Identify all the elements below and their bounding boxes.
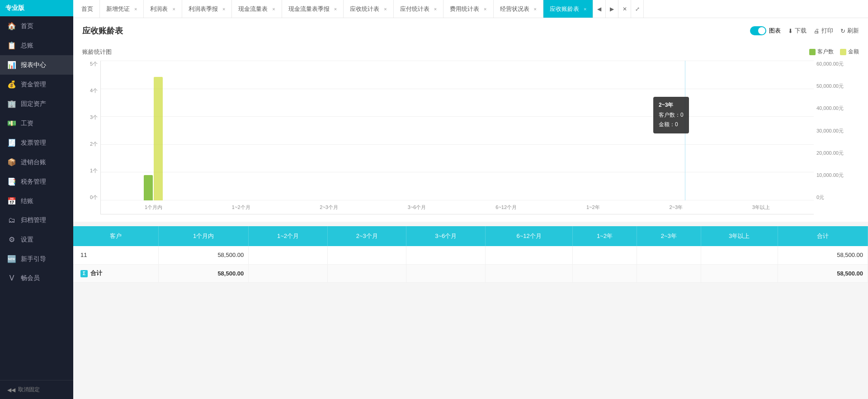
tab-close-ar-stats[interactable]: ×	[384, 6, 387, 12]
sidebar-label-inventory: 进销台账	[21, 158, 46, 166]
y-axis-left: 0个1个2个3个4个5个	[82, 61, 100, 214]
tab-close-cashflow-quarterly[interactable]: ×	[334, 6, 337, 12]
total-cell-7	[637, 264, 701, 282]
chart-toggle[interactable]	[750, 26, 766, 35]
sidebar-label-invoice: 发票管理	[21, 139, 46, 147]
tab-close-voucher[interactable]: ×	[134, 6, 137, 12]
tab-business-status[interactable]: 经营状况表×	[494, 0, 543, 18]
bar-amount-0	[154, 77, 163, 200]
tab-label-ap-stats: 应付统计表	[400, 5, 429, 13]
sidebar-item-reports[interactable]: 📊报表中心	[0, 55, 73, 75]
sidebar-icon-home: 🏠	[7, 22, 16, 30]
tab-prev-btn[interactable]: ◀	[593, 0, 606, 18]
legend-customers-label: 客户数	[817, 48, 834, 56]
table-cell-0-2	[249, 246, 328, 264]
page-header: 应收账龄表 图表 ⬇ 下载 🖨 打印 ↻ 刷新	[73, 18, 868, 41]
tab-cashflow[interactable]: 现金流量表×	[232, 0, 282, 18]
tab-close-cashflow[interactable]: ×	[272, 6, 275, 12]
sidebar-item-ledger[interactable]: 📋总账	[0, 36, 73, 55]
table-header-7: 2~3年	[637, 226, 701, 246]
page-content: 应收账龄表 图表 ⬇ 下载 🖨 打印 ↻ 刷新	[73, 18, 868, 399]
download-btn[interactable]: ⬇ 下载	[788, 27, 807, 35]
footer-label: 取消固定	[18, 386, 40, 394]
tab-label-voucher: 新增凭证	[106, 5, 130, 13]
print-btn[interactable]: 🖨 打印	[814, 27, 833, 35]
sidebar-item-tax[interactable]: 📑税务管理	[0, 172, 73, 191]
y-left-label: 2个	[82, 141, 98, 147]
x-label-3: 3~6个月	[408, 204, 426, 211]
tab-profit-quarterly[interactable]: 利润表季报×	[182, 0, 232, 18]
tab-ar-aging[interactable]: 应收账龄表×	[543, 0, 593, 18]
sidebar: 专业版 🏠首页📋总账📊报表中心💰资金管理🏢固定资产💵工资🧾发票管理📦进销台账📑税…	[0, 0, 73, 399]
x-label-7: 3年以上	[752, 204, 770, 211]
sidebar-icon-funds: 💰	[7, 80, 16, 89]
sidebar-item-settings[interactable]: ⚙设置	[0, 230, 73, 249]
table-cell-0-0: 11	[73, 246, 158, 264]
x-label-5: 1~2年	[586, 204, 600, 211]
x-label-4: 6~12个月	[495, 204, 517, 211]
tab-close-profit-quarterly[interactable]: ×	[222, 6, 225, 12]
sidebar-item-closing[interactable]: 📅结账	[0, 191, 73, 211]
sidebar-icon-ledger: 📋	[7, 41, 16, 50]
tab-ap-stats[interactable]: 应付统计表×	[394, 0, 443, 18]
sidebar-item-guide[interactable]: 🆕新手引导	[0, 249, 73, 269]
tab-voucher[interactable]: 新增凭证×	[100, 0, 144, 18]
y-right-label: 50,000.00元	[816, 83, 859, 90]
chart-inner: 1个月内1~2个月2~3个月3~6个月6~12个月1~2年2~3年3年以上 2~…	[100, 61, 814, 214]
tab-label-cashflow-quarterly: 现金流量表季报	[288, 5, 330, 13]
y-right-label: 40,000.00元	[816, 105, 859, 112]
sidebar-item-inventory[interactable]: 📦进销台账	[0, 152, 73, 172]
sidebar-icon-invoice: 🧾	[7, 138, 16, 147]
table-cell-0-3	[327, 246, 406, 264]
sidebar-item-invoice[interactable]: 🧾发票管理	[0, 133, 73, 152]
table-header-8: 3年以上	[701, 226, 778, 246]
tab-ar-stats[interactable]: 应收统计表×	[344, 0, 393, 18]
tab-cashflow-quarterly[interactable]: 现金流量表季报×	[282, 0, 344, 18]
x-label-2: 2~3个月	[320, 204, 338, 211]
table-header-1: 1个月内	[158, 226, 248, 246]
total-label: 合计	[90, 270, 102, 276]
refresh-btn[interactable]: ↻ 刷新	[840, 27, 859, 35]
legend-customers: 客户数	[809, 48, 834, 56]
sidebar-label-assets: 固定资产	[21, 100, 46, 108]
table-cell-0-1: 58,500.00	[158, 246, 248, 264]
print-icon: 🖨	[814, 28, 820, 34]
tab-label-profit-quarterly: 利润表季报	[189, 5, 218, 13]
sidebar-icon-tax: 📑	[7, 177, 16, 186]
y-axis-right: 0元10,000.00元20,000.00元30,000.00元40,000.0…	[814, 61, 859, 214]
tab-close-ap-stats[interactable]: ×	[434, 6, 437, 12]
chart-toggle-label: 图表	[769, 27, 781, 35]
tab-close-business-status[interactable]: ×	[534, 6, 537, 12]
tab-label-ar-stats: 应收统计表	[350, 5, 379, 13]
tab-profit[interactable]: 利润表×	[144, 0, 182, 18]
tab-label-profit: 利润表	[150, 5, 168, 13]
sidebar-item-vip[interactable]: V畅会员	[0, 269, 73, 288]
sidebar-footer[interactable]: ◀◀ 取消固定	[0, 380, 73, 399]
sidebar-label-funds: 资金管理	[21, 81, 46, 89]
y-right-label: 30,000.00元	[816, 128, 859, 134]
total-icon: Σ	[80, 270, 88, 277]
sidebar-nav: 🏠首页📋总账📊报表中心💰资金管理🏢固定资产💵工资🧾发票管理📦进销台账📑税务管理📅…	[0, 16, 73, 380]
tab-close-ar-aging[interactable]: ×	[584, 6, 586, 12]
sidebar-item-salary[interactable]: 💵工资	[0, 114, 73, 133]
sidebar-item-archive[interactable]: 🗂归档管理	[0, 211, 73, 230]
tab-expense-stats[interactable]: 费用统计表×	[443, 0, 493, 18]
sidebar-item-home[interactable]: 🏠首页	[0, 16, 73, 36]
tab-close-expense-stats[interactable]: ×	[484, 6, 486, 12]
tab-next-btn[interactable]: ▶	[606, 0, 618, 18]
tab-close-all-btn[interactable]: ✕	[618, 0, 631, 18]
sidebar-label-settings: 设置	[21, 236, 33, 244]
legend-amount: 金额	[840, 48, 859, 56]
sidebar-label-archive: 归档管理	[21, 216, 46, 224]
tab-close-profit[interactable]: ×	[172, 6, 175, 12]
x-label-1: 1~2个月	[232, 204, 250, 211]
sidebar-icon-assets: 🏢	[7, 100, 16, 108]
y-left-label: 4个	[82, 87, 98, 94]
sidebar-item-funds[interactable]: 💰资金管理	[0, 75, 73, 94]
sidebar-item-assets[interactable]: 🏢固定资产	[0, 94, 73, 114]
y-left-label: 1个	[82, 167, 98, 174]
x-labels: 1个月内1~2个月2~3个月3~6个月6~12个月1~2年2~3年3年以上	[101, 200, 814, 214]
y-left-label: 3个	[82, 114, 98, 121]
tab-expand-btn[interactable]: ⤢	[631, 0, 644, 18]
tab-home[interactable]: 首页	[75, 0, 100, 18]
